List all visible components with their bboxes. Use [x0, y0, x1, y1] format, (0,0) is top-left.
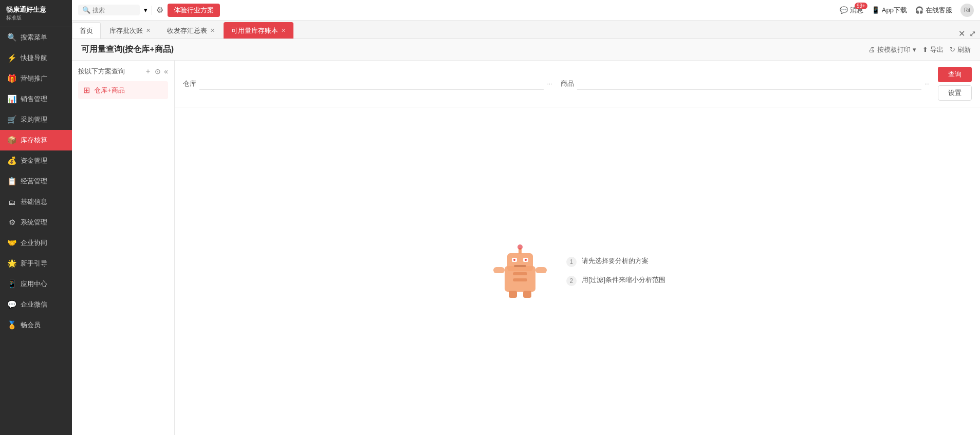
sidebar-item-inventory[interactable]: 📦库存核算: [0, 130, 72, 150]
app-icon: 📱: [7, 279, 16, 289]
filter-settings-button[interactable]: ⊙: [155, 67, 161, 76]
warehouse-input[interactable]: [199, 78, 544, 90]
sidebar-item-system[interactable]: ⚙系统管理: [0, 212, 72, 233]
tip-item-2: 2 用[过滤]条件来缩小分析范围: [566, 275, 665, 286]
tab-summary[interactable]: 收发存汇总表✕: [159, 22, 223, 39]
query-bar: 仓库 ··· 商品 ··· 查询 设置: [175, 61, 980, 107]
close-tab-button[interactable]: ✕: [958, 29, 965, 39]
refresh-button[interactable]: ↻ 刷新: [950, 45, 971, 54]
filter-panel: 按以下方案查询 ＋ ⊙ « ⊞ 仓库+商品: [72, 61, 175, 435]
online-service-button[interactable]: 🎧 在线客服: [915, 6, 952, 15]
tip-number-1: 1: [566, 257, 577, 267]
empty-illustration: [489, 240, 551, 302]
filter-header-label: 按以下方案查询: [78, 67, 125, 76]
sidebar-item-wechat[interactable]: 💬企业微信: [0, 294, 72, 315]
sidebar-item-label: 企业微信: [21, 300, 47, 309]
main-area: 🔍 ▾ ⚙ 体验行业方案 💬 消息 99+ 📱 App下载 🎧 在线客服 R: [72, 0, 980, 435]
tip-number-2: 2: [566, 276, 577, 286]
setting-button[interactable]: 设置: [938, 85, 972, 101]
inventory-icon: 📦: [7, 136, 16, 145]
brand-name: 畅康通好生意: [6, 5, 66, 14]
online-service-label: 在线客服: [926, 6, 952, 15]
product-field: 商品 ···: [561, 78, 930, 90]
phone-icon: 📱: [872, 6, 880, 14]
sidebar-item-newbie[interactable]: 🌟新手引导: [0, 253, 72, 274]
tab-batch[interactable]: 库存批次账✕: [102, 22, 158, 39]
product-more-button[interactable]: ···: [924, 80, 930, 87]
user-menu[interactable]: Rit: [960, 4, 974, 17]
system-icon: ⚙: [7, 218, 16, 227]
topbar-right: 💬 消息 99+ 📱 App下载 🎧 在线客服 Rit: [840, 4, 974, 17]
query-button[interactable]: 查询: [938, 67, 972, 82]
add-filter-button[interactable]: ＋: [144, 67, 152, 76]
product-input[interactable]: [577, 78, 921, 90]
page-title: 可用量查询(按仓库+商品): [81, 44, 868, 55]
sidebar-item-search[interactable]: 🔍搜索菜单: [0, 27, 72, 48]
filter-header: 按以下方案查询 ＋ ⊙ «: [78, 67, 168, 76]
enterprise-icon: 🤝: [7, 238, 16, 248]
close-tab-batch-icon[interactable]: ✕: [146, 27, 151, 34]
tab-label-summary: 收发存汇总表: [167, 26, 207, 35]
refresh-icon: ↻: [950, 46, 955, 53]
member-icon: 🏅: [7, 320, 16, 330]
message-badge: 99+: [855, 3, 867, 9]
sidebar-item-member[interactable]: 🏅畅会员: [0, 315, 72, 335]
sidebar-logo: 畅康通好生意 标准版: [0, 0, 72, 27]
empty-svg: [489, 240, 551, 302]
tab-label-batch: 库存批次账: [109, 26, 143, 35]
sidebar-item-label: 经营管理: [21, 177, 47, 186]
warehouse-more-button[interactable]: ···: [547, 80, 552, 87]
close-tab-available-icon[interactable]: ✕: [281, 27, 286, 34]
topbar-divider: [152, 6, 152, 15]
tip-text-2: 用[过滤]条件来缩小分析范围: [582, 275, 665, 285]
app-download-button[interactable]: 📱 App下载: [872, 6, 907, 15]
filter-header-actions: ＋ ⊙ «: [144, 67, 168, 76]
sidebar-item-label: 销售管理: [21, 94, 47, 104]
sales-icon: 📊: [7, 94, 16, 104]
sidebar-item-purchase[interactable]: 🛒采购管理: [0, 109, 72, 130]
export-button[interactable]: ⬆ 导出: [922, 45, 944, 54]
sidebar-item-app[interactable]: 📱应用中心: [0, 274, 72, 294]
sidebar-item-marketing[interactable]: 🎁营销推广: [0, 68, 72, 89]
sidebar-item-enterprise[interactable]: 🤝企业协同: [0, 233, 72, 253]
filter-item-warehouse-product[interactable]: ⊞ 仓库+商品: [78, 81, 168, 99]
sidebar-item-label: 新手引导: [21, 259, 47, 268]
close-tab-summary-icon[interactable]: ✕: [210, 27, 215, 34]
tab-home[interactable]: 首页: [72, 22, 101, 39]
trial-button[interactable]: 体验行业方案: [168, 4, 220, 17]
svg-point-14: [517, 244, 523, 250]
sidebar-item-operation[interactable]: 📋经营管理: [0, 171, 72, 192]
svg-rect-12: [513, 278, 527, 281]
sidebar-item-finance[interactable]: 💰资金管理: [0, 150, 72, 171]
sidebar-item-basic[interactable]: 🗂基础信息: [0, 192, 72, 212]
tip-item-1: 1 请先选择要分析的方案: [566, 256, 665, 267]
sidebar-item-shortcut[interactable]: ⚡快捷导航: [0, 48, 72, 68]
search-icon: 🔍: [7, 33, 16, 42]
sidebar-item-label: 库存核算: [21, 136, 47, 145]
collapse-filter-button[interactable]: «: [164, 67, 168, 76]
empty-tips: 1 请先选择要分析的方案 2 用[过滤]条件来缩小分析范围: [566, 256, 665, 286]
tab-label-home: 首页: [80, 26, 93, 35]
sidebar-item-sales[interactable]: 📊销售管理: [0, 89, 72, 109]
product-label: 商品: [561, 79, 574, 88]
sidebar: 畅康通好生意 标准版 🔍搜索菜单⚡快捷导航🎁营销推广📊销售管理🛒采购管理📦库存核…: [0, 0, 72, 435]
gear-icon[interactable]: ⚙: [156, 5, 163, 15]
expand-tab-button[interactable]: ⤢: [969, 29, 976, 39]
tab-available[interactable]: 可用量库存账本✕: [224, 22, 293, 39]
svg-rect-5: [525, 259, 527, 261]
topbar-search-box[interactable]: 🔍: [78, 5, 140, 15]
search-icon: 🔍: [82, 6, 90, 14]
basic-icon: 🗂: [7, 198, 16, 206]
avatar: Rit: [960, 4, 974, 17]
print-button[interactable]: 🖨 按模板打印 ▾: [868, 45, 916, 54]
message-button[interactable]: 💬 消息 99+: [840, 6, 863, 15]
topbar-dropdown-icon[interactable]: ▾: [144, 6, 147, 14]
svg-rect-11: [513, 272, 527, 275]
cube-icon: ⊞: [83, 85, 90, 95]
sidebar-item-label: 畅会员: [21, 320, 41, 330]
tab-label-available: 可用量库存账本: [231, 26, 278, 35]
search-input[interactable]: [93, 7, 134, 14]
filter-item-label: 仓库+商品: [94, 86, 125, 95]
page-header: 可用量查询(按仓库+商品) 🖨 按模板打印 ▾ ⬆ 导出 ↻ 刷新: [72, 39, 980, 61]
marketing-icon: 🎁: [7, 74, 16, 83]
